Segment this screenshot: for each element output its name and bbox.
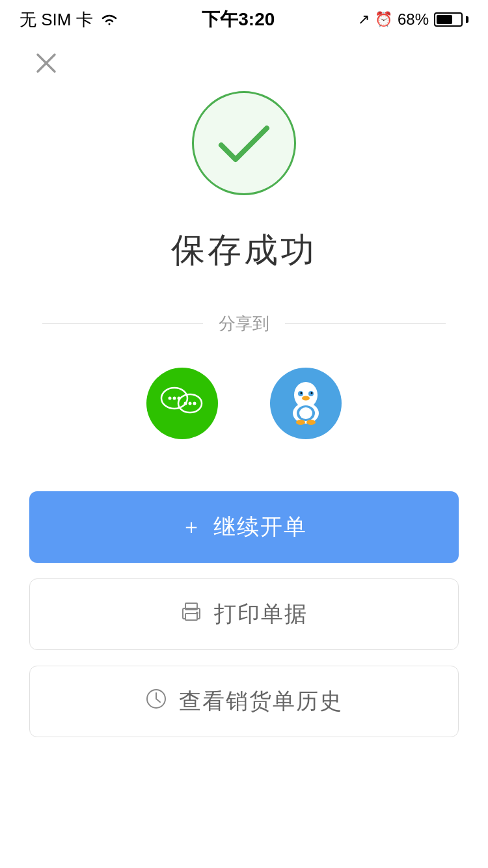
svg-point-7 bbox=[184, 402, 187, 405]
location-icon: ↗ bbox=[358, 11, 370, 28]
divider-line-right bbox=[285, 323, 446, 324]
continue-order-label: 继续开单 bbox=[213, 512, 307, 542]
wechat-share-button[interactable] bbox=[146, 368, 218, 439]
carrier-text: 无 SIM 卡 bbox=[20, 8, 93, 31]
battery-icon bbox=[434, 12, 468, 27]
wechat-icon bbox=[160, 385, 204, 422]
qq-share-button[interactable] bbox=[270, 368, 342, 439]
plus-icon: ＋ bbox=[181, 513, 202, 541]
history-svg bbox=[145, 688, 167, 710]
svg-point-5 bbox=[173, 397, 176, 400]
printer-svg bbox=[180, 602, 202, 621]
checkmark-icon bbox=[215, 120, 273, 166]
svg-point-14 bbox=[301, 392, 303, 394]
svg-point-6 bbox=[178, 397, 181, 400]
printer-icon bbox=[180, 602, 202, 627]
svg-point-16 bbox=[302, 396, 310, 401]
svg-point-24 bbox=[196, 612, 198, 614]
svg-rect-23 bbox=[185, 614, 197, 620]
svg-point-9 bbox=[193, 402, 197, 405]
svg-point-19 bbox=[296, 420, 305, 425]
svg-point-20 bbox=[306, 420, 316, 425]
share-divider: 分享到 bbox=[42, 312, 446, 335]
status-time: 下午3:20 bbox=[202, 7, 275, 32]
close-icon bbox=[34, 51, 59, 75]
close-button[interactable] bbox=[30, 47, 62, 79]
svg-point-8 bbox=[189, 402, 192, 405]
alarm-icon: ⏰ bbox=[375, 11, 392, 28]
qq-icon bbox=[286, 381, 325, 426]
svg-point-18 bbox=[299, 407, 312, 419]
history-icon bbox=[145, 688, 167, 715]
share-label: 分享到 bbox=[203, 312, 285, 335]
status-carrier: 无 SIM 卡 bbox=[20, 8, 119, 31]
status-right: ↗ ⏰ 68% bbox=[358, 10, 468, 29]
print-label: 打印单据 bbox=[214, 599, 308, 629]
wifi-icon bbox=[100, 12, 119, 27]
svg-point-15 bbox=[311, 392, 313, 394]
main-content: 保存成功 分享到 bbox=[0, 39, 488, 753]
divider-line-left bbox=[42, 323, 203, 324]
continue-order-button[interactable]: ＋ 继续开单 bbox=[29, 491, 459, 563]
history-button[interactable]: 查看销货单历史 bbox=[29, 666, 459, 737]
svg-point-4 bbox=[169, 397, 172, 400]
battery-percent: 68% bbox=[398, 10, 429, 29]
print-button[interactable]: 打印单据 bbox=[29, 578, 459, 650]
action-buttons: ＋ 继续开单 打印单据 查看销货单历史 bbox=[29, 491, 459, 753]
share-buttons-container bbox=[146, 368, 342, 439]
status-bar: 无 SIM 卡 下午3:20 ↗ ⏰ 68% bbox=[0, 0, 488, 39]
history-label: 查看销货单历史 bbox=[179, 686, 343, 716]
success-circle bbox=[192, 91, 296, 195]
success-title: 保存成功 bbox=[171, 228, 317, 273]
